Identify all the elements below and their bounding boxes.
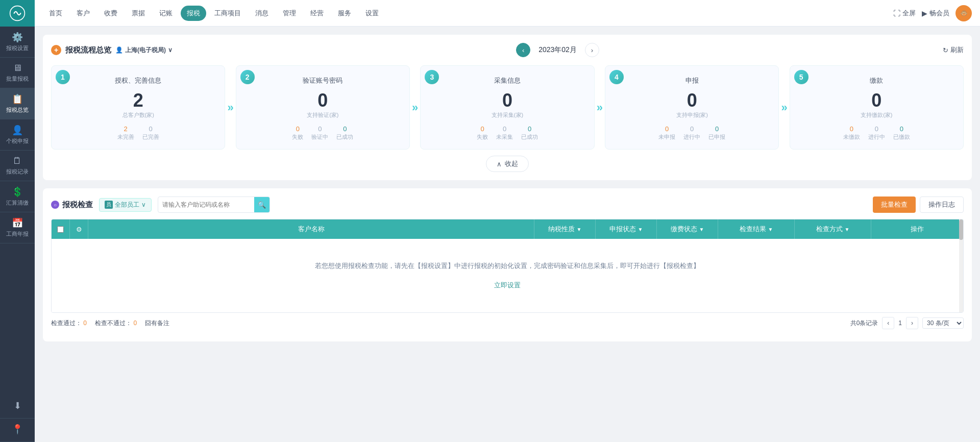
nav-client[interactable]: 客户 bbox=[70, 6, 96, 21]
chevron-down-icon: ∨ bbox=[168, 46, 173, 54]
flow-step-5: 5 缴款 0 支持缴款(家) 0 未缴款 0 进行中 0 已缴款 bbox=[790, 65, 964, 150]
sidebar-item-annual-report[interactable]: 📅 工商年报 bbox=[0, 212, 35, 243]
step-label: 支持采集(家) bbox=[429, 111, 585, 119]
stat-item: 0 已成功 bbox=[521, 125, 538, 141]
check-actions: 批量检查 操作日志 bbox=[873, 197, 964, 213]
scrollbar-thumb[interactable] bbox=[959, 219, 963, 240]
sidebar-item-batch-tax[interactable]: 🖥 批量报税 bbox=[0, 58, 35, 88]
nav-business[interactable]: 工商项目 bbox=[208, 6, 247, 21]
step-stats: 0 未申报 0 进行中 0 已申报 bbox=[614, 125, 770, 141]
footer-stats: 检查通过： 0 检查不通过： 0 囧有备注 bbox=[51, 319, 169, 328]
batch-check-button[interactable]: 批量检查 bbox=[873, 197, 916, 213]
nav-invoice[interactable]: 票据 bbox=[126, 6, 151, 21]
pass-stat: 检查通过： 0 bbox=[51, 319, 87, 328]
th-checkbox[interactable] bbox=[52, 219, 70, 239]
th-report-status[interactable]: 申报状态 ▼ bbox=[596, 219, 657, 239]
stat-item: 0 未采集 bbox=[496, 125, 513, 141]
step-stats: 0 未缴款 0 进行中 0 已缴款 bbox=[798, 125, 955, 141]
th-settings[interactable]: ⚙ bbox=[70, 219, 88, 239]
th-operation: 操作 bbox=[871, 219, 963, 239]
content: + 报税流程总览 👤 上海(电子税局) ∨ ‹ 2023年02月 › ↻ 刷新 bbox=[35, 27, 980, 442]
tax-overview-icon: 📋 bbox=[12, 93, 23, 105]
collapse-icon: ∧ bbox=[497, 160, 502, 168]
avatar: 🐵 bbox=[955, 5, 972, 21]
step-label: 支持验证(家) bbox=[244, 111, 401, 119]
select-all-checkbox[interactable] bbox=[57, 226, 64, 233]
sidebar-item-settlement[interactable]: 💲 汇算清缴 bbox=[0, 181, 35, 212]
step-label: 总客户数(家) bbox=[60, 111, 216, 119]
vip-button[interactable]: ▶ 畅会员 bbox=[922, 9, 949, 18]
search-input[interactable] bbox=[158, 199, 254, 211]
per-page-select[interactable]: 30 条/页 50 条/页 100 条/页 bbox=[922, 317, 964, 329]
next-month-button[interactable]: › bbox=[585, 43, 599, 57]
search-button[interactable]: 🔍 bbox=[254, 197, 270, 212]
nav-message[interactable]: 消息 bbox=[249, 6, 275, 21]
check-header: ○ 报税检查 员 全部员工 ∨ 🔍 批量检查 操作日志 bbox=[51, 197, 964, 213]
filter-check-method-icon: ▼ bbox=[845, 227, 850, 232]
location-tag[interactable]: 👤 上海(电子税局) ∨ bbox=[115, 46, 173, 55]
th-check-result[interactable]: 检查结果 ▼ bbox=[718, 219, 795, 239]
step-count: 0 bbox=[244, 89, 401, 111]
stat-item: 0 未缴款 bbox=[843, 125, 860, 141]
collapse-button[interactable]: ∧ 收起 bbox=[486, 156, 529, 172]
stat-item: 0 已缴款 bbox=[893, 125, 910, 141]
setup-link[interactable]: 立即设置 bbox=[494, 281, 521, 289]
th-tax-type[interactable]: 纳税性质 ▼ bbox=[534, 219, 596, 239]
nav-settings[interactable]: 设置 bbox=[359, 6, 385, 21]
th-pay-status[interactable]: 缴费状态 ▼ bbox=[657, 219, 718, 239]
sidebar-item-batch-tax-label: 批量报税 bbox=[6, 75, 29, 83]
nav-items: 首页 客户 收费 票据 记账 报税 工商项目 消息 管理 经营 服务 设置 bbox=[43, 6, 893, 21]
sidebar-item-personal-report[interactable]: 👤 个税申报 bbox=[0, 119, 35, 151]
prev-month-button[interactable]: ‹ bbox=[516, 43, 530, 57]
search-icon: 🔍 bbox=[258, 201, 266, 209]
purple-dot-icon: ○ bbox=[51, 201, 59, 209]
sidebar: ⚙️ 报税设置 🖥 批量报税 📋 报税总览 👤 个税申报 🗒 报税记录 💲 汇算… bbox=[0, 0, 35, 442]
location-person-icon: 👤 bbox=[115, 46, 123, 54]
collapse-bar: ∧ 收起 bbox=[51, 156, 964, 172]
fullscreen-icon: ⛶ bbox=[893, 9, 900, 17]
note-stat: 囧有备注 bbox=[145, 319, 169, 328]
overview-card: + 报税流程总览 👤 上海(电子税局) ∨ ‹ 2023年02月 › ↻ 刷新 bbox=[43, 35, 972, 180]
nav-tax[interactable]: 报税 bbox=[181, 6, 206, 21]
pass-count-link[interactable]: 0 bbox=[83, 320, 87, 327]
fullscreen-button[interactable]: ⛶ 全屏 bbox=[893, 9, 916, 18]
next-page-button[interactable]: › bbox=[906, 317, 918, 329]
nav-accounting[interactable]: 记账 bbox=[153, 6, 179, 21]
nav-fee[interactable]: 收费 bbox=[98, 6, 124, 21]
stat-item: 0 未申报 bbox=[658, 125, 675, 141]
th-client-name: 客户名称 bbox=[88, 219, 534, 239]
sidebar-item-tax-record[interactable]: 🗒 报税记录 bbox=[0, 151, 35, 181]
sidebar-item-tax-overview-label: 报税总览 bbox=[6, 106, 29, 114]
th-check-method[interactable]: 检查方式 ▼ bbox=[795, 219, 871, 239]
check-title: ○ 报税检查 bbox=[51, 200, 93, 210]
sidebar-item-tax-settings[interactable]: ⚙️ 报税设置 bbox=[0, 27, 35, 58]
sidebar-item-tax-overview[interactable]: 📋 报税总览 bbox=[0, 88, 35, 119]
step-title: 采集信息 bbox=[429, 74, 585, 85]
flow-step-1: 1 授权、完善信息 2 总客户数(家) 2 未完善 0 已完善 bbox=[51, 65, 225, 150]
pagination: 共0条记录 ‹ 1 › 30 条/页 50 条/页 100 条/页 bbox=[850, 317, 964, 329]
table-footer: 检查通过： 0 检查不通过： 0 囧有备注 共0条记录 ‹ 1 › 30 条/页 bbox=[51, 313, 964, 333]
nav-operation[interactable]: 经营 bbox=[304, 6, 330, 21]
flow-step-4: 4 申报 0 支持申报(家) 0 未申报 0 进行中 0 已申报 bbox=[605, 65, 779, 150]
filter-chevron-icon: ∨ bbox=[141, 201, 146, 208]
sidebar-item-location[interactable]: 📍 bbox=[0, 419, 35, 442]
table-body: 若您想使用报税检查功能，请先在【报税设置】中进行报税的初始化设置，完成密码验证和… bbox=[52, 239, 963, 312]
operation-log-button[interactable]: 操作日志 bbox=[920, 197, 964, 213]
nav-home[interactable]: 首页 bbox=[43, 6, 68, 21]
fail-count-link[interactable]: 0 bbox=[133, 320, 137, 327]
stat-item: 0 已完善 bbox=[142, 125, 159, 141]
refresh-button[interactable]: ↻ 刷新 bbox=[943, 45, 964, 55]
step-title: 缴款 bbox=[798, 74, 955, 85]
nav-management[interactable]: 管理 bbox=[277, 6, 302, 21]
flow-step-3: 3 采集信息 0 支持采集(家) 0 失败 0 未采集 0 已成功 bbox=[420, 65, 594, 150]
settlement-icon: 💲 bbox=[12, 186, 23, 198]
prev-page-button[interactable]: ‹ bbox=[882, 317, 894, 329]
step-arrow: » bbox=[410, 65, 420, 150]
step-count: 0 bbox=[614, 89, 770, 111]
fail-stat: 检查不通过： 0 bbox=[95, 319, 137, 328]
nav-service[interactable]: 服务 bbox=[332, 6, 357, 21]
step-arrow: » bbox=[779, 65, 789, 150]
sidebar-item-download[interactable]: ⬇ bbox=[0, 395, 35, 419]
filter-tag[interactable]: 员 全部员工 ∨ bbox=[99, 198, 152, 212]
step-number: 2 bbox=[240, 70, 255, 84]
